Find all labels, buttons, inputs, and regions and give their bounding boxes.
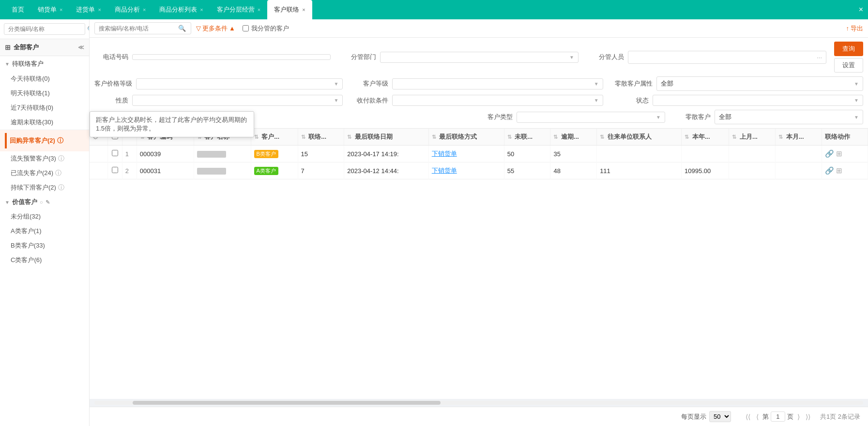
phone-input[interactable] <box>132 54 331 60</box>
row2-name[interactable] <box>194 162 251 179</box>
next-page-btn[interactable]: ⟩ <box>795 412 802 422</box>
horizontal-scrollbar[interactable] <box>94 401 863 405</box>
row2-link-icon[interactable]: 🔗 <box>825 166 834 175</box>
col-last-method[interactable]: 最后联络方式 <box>428 129 504 146</box>
dept-cell: 分管部门 ▼ <box>342 52 579 63</box>
sidebar-item-c[interactable]: C类客户(6) <box>0 253 89 267</box>
customer-type-select[interactable]: ▼ <box>517 112 665 123</box>
info-icon2[interactable]: ⓘ <box>58 154 64 163</box>
col-uncontacted[interactable]: 未联... <box>504 129 550 146</box>
sidebar-item-lost[interactable]: 已流失客户(24) ⓘ <box>0 166 89 180</box>
current-page-input[interactable]: 1 <box>771 411 785 422</box>
sidebar-item-b[interactable]: B类客户(33) <box>0 238 89 253</box>
col-company-contact[interactable]: 往来单位联系人 <box>597 129 682 146</box>
nav-item-purchase[interactable]: 进货单 × <box>69 0 107 19</box>
filter-row-3: 性质 ▼ 收付款条件 ▼ 状态 ▼ <box>94 95 863 106</box>
settings-button[interactable]: 设置 <box>834 58 863 73</box>
row1-link-icon[interactable]: 🔗 <box>825 149 834 158</box>
row1-method-link[interactable]: 下销货单 <box>432 150 457 157</box>
dept-select[interactable]: ▼ <box>380 52 579 63</box>
col-category-label: 客户... <box>261 133 279 140</box>
scrollbar-thumb[interactable] <box>133 401 440 405</box>
nav-item-sales[interactable]: 销货单 × <box>31 0 69 19</box>
dots-icon[interactable]: ··· <box>817 54 822 61</box>
close-icon[interactable]: × <box>98 7 101 13</box>
value-customers-header[interactable]: ▼ 价值客户 ○ ✎ <box>0 195 89 209</box>
prev-page-btn[interactable]: ⟨ <box>754 412 761 422</box>
pending-section-header[interactable]: ▼ 待联络客户 <box>0 56 89 72</box>
search-icon[interactable]: 🔍 <box>178 25 186 32</box>
sidebar-item-tomorrow[interactable]: 明天待联络(1) <box>0 86 89 101</box>
close-icon[interactable]: × <box>200 7 203 13</box>
col-last-month[interactable]: 上月... <box>729 129 776 146</box>
sidebar-item-7days[interactable]: 近7天待联络(0) <box>0 101 89 115</box>
edit-icon[interactable]: ○ <box>40 199 43 205</box>
edit-icon2[interactable]: ✎ <box>46 199 50 206</box>
row1-grid-icon[interactable]: ⊞ <box>836 149 842 158</box>
person-label: 分管人员 <box>590 53 624 61</box>
window-close-button[interactable]: × <box>859 0 863 19</box>
close-icon[interactable]: × <box>302 7 305 13</box>
customer-level-select[interactable]: ▼ <box>392 78 603 89</box>
per-page-select[interactable]: 50 <box>709 411 731 422</box>
sidebar-item-repurchase[interactable]: 回购异常客户(2) ⓘ <box>0 130 89 151</box>
row1-checkbox[interactable] <box>112 150 118 156</box>
col-contact[interactable]: 联络... <box>298 129 344 146</box>
col-overdue[interactable]: 逾期... <box>550 129 597 146</box>
more-conditions-btn[interactable]: ▽ 更多条件 ▲ <box>196 24 235 33</box>
info-icon[interactable]: ⓘ <box>57 136 63 145</box>
page-controls: ⟨⟨ ⟨ 第 1 页 ⟩ ⟩⟩ <box>744 411 812 422</box>
col-this-month[interactable]: 本月... <box>776 129 822 146</box>
sidebar-item-a[interactable]: A类客户(1) <box>0 224 89 238</box>
my-customers-toggle[interactable]: 我分管的客户 <box>243 24 289 33</box>
nav-item-analysis[interactable]: 商品分析 × <box>108 0 152 19</box>
sidebar-item-ungrp[interactable]: 未分组(32) <box>0 209 89 224</box>
table-area[interactable]: ⚙ 客户编码 客户名称 客户... <box>90 129 868 399</box>
first-page-btn[interactable]: ⟨⟨ <box>744 412 752 422</box>
row2-code[interactable]: 000031 <box>137 162 194 179</box>
last-page-btn[interactable]: ⟩⟩ <box>804 412 812 422</box>
sidebar-item-today[interactable]: 今天待联络(0) <box>0 72 89 86</box>
info-icon4[interactable]: ⓘ <box>58 183 64 192</box>
row2-method-link[interactable]: 下销货单 <box>432 167 457 174</box>
retail-select[interactable]: 全部 ▼ <box>715 110 863 124</box>
row1-name[interactable] <box>194 146 251 162</box>
sidebar-search-input[interactable] <box>4 23 85 35</box>
payment-select[interactable]: ▼ <box>392 95 603 106</box>
nav-item-analysis-list[interactable]: 商品分析列表 × <box>152 0 210 19</box>
col-last-date[interactable]: 最后联络日期 <box>344 129 428 146</box>
info-icon3[interactable]: ⓘ <box>55 169 61 177</box>
col-this-year[interactable]: 本年... <box>682 129 729 146</box>
close-icon[interactable]: × <box>258 7 260 13</box>
row1-code[interactable]: 000039 <box>137 146 194 162</box>
today-label: 今天待联络(0) <box>11 74 50 83</box>
search-input[interactable] <box>99 25 176 32</box>
retail-attr-select[interactable]: 全部 ▼ <box>656 76 863 91</box>
close-icon[interactable]: × <box>143 7 146 13</box>
sidebar-item-overdue[interactable]: 逾期未联络(30) <box>0 115 89 130</box>
status-select[interactable]: ▼ <box>653 95 863 106</box>
row2-action-icons: 🔗 ⊞ <box>825 166 865 175</box>
sidebar-collapse-btn[interactable]: ≪ <box>78 44 84 51</box>
nav-item-customer-tier[interactable]: 客户分层经营 × <box>210 0 267 19</box>
my-customers-checkbox[interactable] <box>243 25 249 31</box>
close-icon[interactable]: × <box>60 7 62 13</box>
person-input[interactable]: ··· <box>628 51 826 64</box>
row1-this-month <box>776 146 822 162</box>
row2-grid-icon[interactable]: ⊞ <box>836 166 842 175</box>
nav-item-customer-contact[interactable]: 客户联络 × <box>267 0 312 19</box>
col-category[interactable]: 客户... <box>251 129 298 146</box>
sidebar-item-declining[interactable]: 持续下滑客户(2) ⓘ <box>0 180 89 195</box>
nav-item-home[interactable]: 首页 <box>5 0 31 19</box>
row2-category: A类客户 <box>251 162 298 179</box>
sidebar-item-lost-preview[interactable]: 流失预警客户(3) ⓘ <box>0 151 89 166</box>
query-button[interactable]: 查询 <box>834 42 863 56</box>
search-input-wrap: 🔍 <box>94 22 191 34</box>
row2-last-method[interactable]: 下销货单 <box>428 162 504 179</box>
row2-cat-badge: A类客户 <box>254 167 278 175</box>
gender-select[interactable]: ▼ <box>132 95 343 106</box>
export-btn[interactable]: ↑ 导出 <box>846 24 864 33</box>
price-level-select[interactable]: ▼ <box>136 78 343 89</box>
row2-checkbox[interactable] <box>112 167 118 173</box>
row1-last-method[interactable]: 下销货单 <box>428 146 504 162</box>
